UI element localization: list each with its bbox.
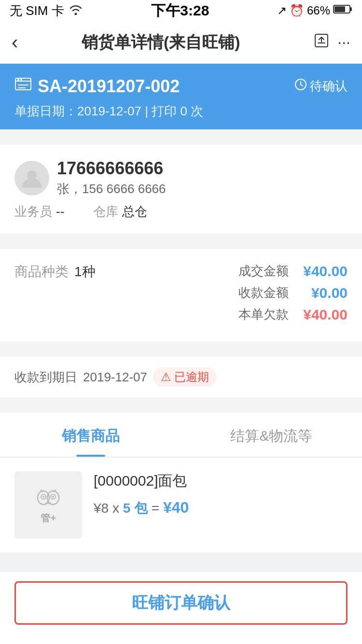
product-name: [0000002]面包 xyxy=(94,471,348,491)
carrier-text: 无 SIM 卡 xyxy=(10,2,64,19)
overdue-badge: ⚠ 已逾期 xyxy=(153,367,217,387)
payment-label: 收款金额 xyxy=(238,284,289,301)
product-price: ¥8 x 5 包 = ¥40 xyxy=(94,499,348,518)
multiply-sign: x xyxy=(112,501,123,516)
salesperson-label: 业务员 xyxy=(14,203,52,220)
tab-settlement[interactable]: 结算&物流等 xyxy=(181,413,362,457)
customer-meta: 业务员 -- 仓库 总仓 xyxy=(14,203,348,220)
product-image: 管+ xyxy=(14,471,82,539)
amount-row: 成交金额 ¥40.00 xyxy=(238,263,348,280)
order-status: 待确认 xyxy=(294,78,348,95)
status-left: 无 SIM 卡 xyxy=(10,2,84,19)
avatar xyxy=(14,161,49,196)
customer-info: 17666666666 张，156 6666 6666 xyxy=(57,158,166,197)
total-price: ¥40 xyxy=(163,499,189,516)
category-label: 商品种类 xyxy=(14,263,69,281)
brand-logo-icon xyxy=(31,486,65,510)
product-image-inner: 管+ xyxy=(31,486,65,525)
share-icon[interactable] xyxy=(313,32,330,53)
status-bar: 无 SIM 卡 下午3:28 ↗ ⏰ 66% xyxy=(0,0,362,21)
customer-row: 17666666666 张，156 6666 6666 xyxy=(14,158,348,197)
brand-text: 管+ xyxy=(41,512,56,525)
warehouse-value: 总仓 xyxy=(122,203,147,220)
order-date: 单据日期：2019-12-07 | 打印 0 次 xyxy=(14,103,348,120)
salesperson-item: 业务员 -- xyxy=(14,203,64,220)
order-header: SA-20191207-002 待确认 单据日期：2019-12-07 | 打印… xyxy=(0,64,362,129)
amount-label: 成交金额 xyxy=(238,263,289,280)
more-icon[interactable]: ··· xyxy=(337,33,350,51)
alarm-icon: ⏰ xyxy=(290,4,304,17)
order-id: SA-20191207-002 xyxy=(14,75,180,97)
nav-bar: ‹ 销货单详情(来自旺铺) ··· xyxy=(0,21,362,64)
battery-icon xyxy=(333,4,352,17)
svg-rect-3 xyxy=(334,6,345,12)
unit-price: ¥8 xyxy=(94,501,109,516)
customer-section: 17666666666 张，156 6666 6666 业务员 -- 仓库 总仓 xyxy=(0,145,362,234)
product-info: [0000002]面包 ¥8 x 5 包 = ¥40 xyxy=(94,471,348,539)
amount-info: 成交金额 ¥40.00 收款金额 ¥0.00 本单欠款 ¥40.00 xyxy=(238,263,348,328)
wifi-icon xyxy=(68,3,84,18)
due-section: 收款到期日 2019-12-07 ⚠ 已逾期 xyxy=(0,357,362,397)
due-date-value: 2019-12-07 xyxy=(83,370,147,385)
amount-value: ¥40.00 xyxy=(303,263,348,280)
alert-icon: ⚠ xyxy=(161,370,171,384)
tabs-header: 销售商品 结算&物流等 xyxy=(0,413,362,457)
svg-point-0 xyxy=(74,13,77,15)
location-icon: ↗ xyxy=(277,4,287,17)
overdue-text: 已逾期 xyxy=(174,369,209,385)
svg-rect-2 xyxy=(350,7,352,11)
nav-actions: ··· xyxy=(313,32,350,53)
time-display: 下午3:28 xyxy=(151,1,209,21)
quantity: 5 xyxy=(123,501,131,516)
svg-point-7 xyxy=(20,79,22,81)
battery-text: 66% xyxy=(307,4,330,17)
balance-value: ¥40.00 xyxy=(303,307,348,323)
category-value: 1种 xyxy=(74,263,96,281)
summary-section: 商品种类 1种 成交金额 ¥40.00 收款金额 ¥0.00 本单欠款 ¥40.… xyxy=(0,249,362,341)
page-title: 销货单详情(来自旺铺) xyxy=(8,31,313,54)
tabs-section: 销售商品 结算&物流等 管+ xyxy=(0,413,362,552)
payment-value: ¥0.00 xyxy=(311,285,348,301)
salesperson-value: -- xyxy=(56,204,64,219)
balance-label: 本单欠款 xyxy=(238,306,289,323)
svg-point-14 xyxy=(42,496,44,498)
warehouse-item: 仓库 总仓 xyxy=(93,203,147,220)
svg-point-6 xyxy=(17,79,19,81)
tab-sales[interactable]: 销售商品 xyxy=(0,413,181,457)
warehouse-label: 仓库 xyxy=(93,203,118,220)
order-icon xyxy=(14,75,32,97)
balance-row: 本单欠款 ¥40.00 xyxy=(238,306,348,323)
customer-name: 张，156 6666 6666 xyxy=(57,181,166,197)
payment-row: 收款金额 ¥0.00 xyxy=(238,284,348,301)
clock-icon xyxy=(294,78,307,94)
customer-phone: 17666666666 xyxy=(57,158,166,179)
confirm-order-button[interactable]: 旺铺订单确认 xyxy=(14,581,348,625)
category-info: 商品种类 1种 xyxy=(14,263,96,281)
due-date-label: 收款到期日 xyxy=(14,369,77,386)
status-right: ↗ ⏰ 66% xyxy=(277,4,352,17)
bottom-bar: 旺铺订单确认 xyxy=(0,571,362,644)
svg-point-15 xyxy=(52,496,54,498)
product-item: 管+ [0000002]面包 ¥8 x 5 包 = ¥40 xyxy=(0,457,362,552)
unit: 包 xyxy=(134,501,148,516)
equals-sign: = xyxy=(152,501,163,516)
